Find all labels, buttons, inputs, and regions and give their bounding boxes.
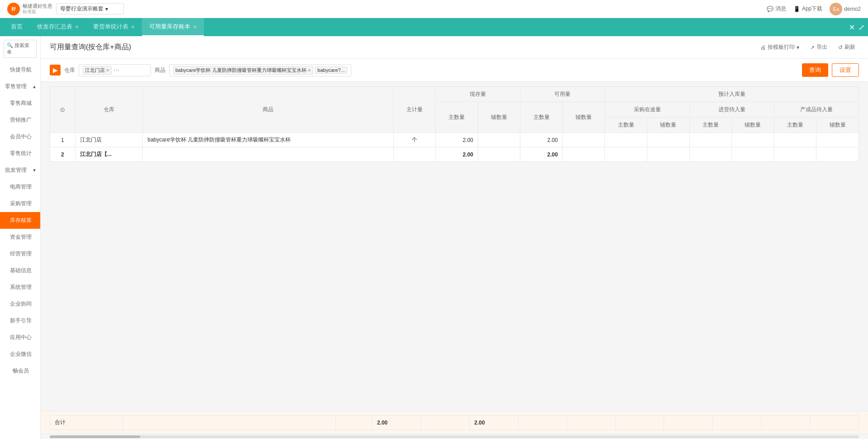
row-2-num: 2 (50, 147, 75, 162)
row-1-avail-main: 2.00 (520, 133, 563, 147)
footer-total: 合计 2.00 2.00 (41, 411, 868, 434)
sidebar-item-online-shop[interactable]: 零售商城 (0, 95, 40, 112)
product-tag-1: babycare学饮杯 儿童防摔防撞吸管杯重力球吸嘴杯宝宝水杯 ✕ (173, 66, 313, 75)
sidebar-item-vip[interactable]: 畅会员 (0, 363, 40, 379)
sidebar-item-newbie[interactable]: 新手引导 (0, 312, 40, 329)
product-tag-2: babycare?... (315, 66, 347, 74)
th-main-unit: 主计量 (393, 87, 436, 133)
filter-group: 仓库 江北门店 ✕ ··· 商品 babycare学饮杯 儿童防摔防撞吸管杯重力… (64, 64, 798, 76)
total-purchase-main (567, 415, 616, 430)
maximize-icon[interactable]: ⤢ (859, 23, 864, 32)
query-button[interactable]: 查询 (802, 63, 828, 77)
th-available: 可用量 (520, 87, 605, 102)
sidebar-item-system[interactable]: 系统管理 (0, 279, 40, 296)
tab-collect[interactable]: 收发存汇总表 ✕ (30, 18, 86, 36)
row-2-incoming-main (689, 147, 732, 162)
th-stock-sub: 辅数量 (478, 102, 520, 133)
sidebar-item-enterprise[interactable]: 企业协同 (0, 296, 40, 312)
tab-bar-actions: ✕ ⤢ (849, 18, 864, 36)
row-1-avail-sub (562, 133, 605, 147)
row-2-avail-sub (562, 147, 605, 162)
sidebar-item-ecommerce[interactable]: 电商管理 (0, 179, 40, 195)
row-2-stock-main: 2.00 (436, 147, 478, 162)
warehouse-more-icon[interactable]: ··· (113, 66, 119, 74)
filter-toggle-button[interactable]: ▶ (50, 65, 61, 76)
export-icon: ↗ (810, 44, 815, 51)
sidebar: 🔍 搜索菜单 快捷导航 零售管理 ▲ 零售商城 营销推广 会员中心 零售统计 批… (0, 36, 41, 439)
sidebar-item-member[interactable]: 会员中心 (0, 128, 40, 145)
row-2-product-main (774, 147, 816, 162)
top-bar: 好 畅捷通好生意 标准版 母婴行业演示账套 ▾ 💬 消息 📱 App下载 Ea … (0, 0, 868, 18)
scroll-track[interactable] (50, 435, 859, 438)
print-button[interactable]: 🖨 按模板打印 ▾ (757, 42, 803, 53)
phone-icon: 📱 (793, 6, 800, 12)
industry-selector[interactable]: 母婴行业演示账套 ▾ (56, 3, 124, 14)
total-stock-main: 2.00 (372, 415, 421, 430)
row-1-purchase-main (605, 133, 647, 147)
th-stock-main: 主数量 (436, 102, 478, 133)
th-warehouse: 仓库 (75, 87, 142, 133)
sidebar-item-marketing[interactable]: 营销推广 (0, 112, 40, 128)
refresh-button[interactable]: ↺ 刷新 (835, 42, 859, 53)
total-incoming-main (664, 415, 713, 430)
warehouse-tag: 江北门店 ✕ (83, 66, 112, 75)
sidebar-item-zero-sales[interactable]: 零售管理 ▲ (0, 78, 40, 95)
th-purchase-main: 主数量 (605, 118, 647, 133)
total-stock-sub (421, 415, 470, 430)
table-row: 2 江北门店【... 2.00 2.00 (50, 147, 859, 162)
sidebar-item-operations[interactable]: 经营管理 (0, 245, 40, 262)
scroll-thumb[interactable] (50, 435, 140, 438)
row-2-product (143, 147, 393, 162)
page-title: 可用量查询(按仓库+商品) (50, 42, 131, 52)
settings-icon[interactable]: ⚙ (60, 106, 66, 113)
user-profile[interactable]: Ea demo2 (830, 3, 861, 15)
row-1-product-main (774, 133, 816, 147)
tab-close-order-stats[interactable]: ✕ (131, 24, 135, 29)
export-button[interactable]: ↗ 导出 (807, 42, 831, 53)
sidebar-item-basics[interactable]: 基础信息 (0, 262, 40, 279)
message-icon: 💬 (767, 6, 774, 12)
filter-action-btns: 查询 设置 (802, 63, 859, 77)
sidebar-item-retail-stats[interactable]: 零售统计 (0, 145, 40, 162)
tab-available-stock[interactable]: 可用量库存账本 ✕ (142, 18, 204, 36)
filter-area: ▶ 仓库 江北门店 ✕ ··· 商品 babycare学饮杯 儿童防摔防撞吸管杯… (41, 59, 868, 82)
message-button[interactable]: 💬 消息 (767, 5, 786, 13)
product-filter[interactable]: babycare学饮杯 儿童防摔防撞吸管杯重力球吸嘴杯宝宝水杯 ✕ babyca… (169, 64, 351, 76)
arrow-icon: ▲ (32, 84, 37, 89)
warehouse-filter[interactable]: 江北门店 ✕ ··· (79, 64, 151, 76)
logo-text: 畅捷通好生意 标准版 (23, 3, 52, 14)
warehouse-tag-close[interactable]: ✕ (106, 68, 109, 73)
product-tag-1-close[interactable]: ✕ (307, 68, 311, 73)
sidebar-item-app-center[interactable]: 应用中心 (0, 329, 40, 346)
refresh-icon: ↺ (838, 44, 843, 51)
app-download-button[interactable]: 📱 App下载 (793, 5, 822, 13)
row-1-stock-sub (478, 133, 520, 147)
dropdown-icon: ▾ (797, 44, 799, 51)
print-icon: 🖨 (760, 44, 766, 51)
th-incoming-main: 主数量 (689, 118, 732, 133)
setting-button[interactable]: 设置 (832, 63, 859, 77)
row-2-unit (393, 147, 436, 162)
row-2-purchase-sub (647, 147, 690, 162)
logo-icon: 好 (7, 3, 20, 15)
search-menu-button[interactable]: 🔍 搜索菜单 (4, 40, 37, 58)
sidebar-item-inventory[interactable]: 库存核算 (0, 212, 40, 229)
tab-order-stats[interactable]: 要货单统计表 ✕ (86, 18, 142, 36)
th-avail-sub: 辅数量 (562, 102, 605, 133)
sidebar-item-finance[interactable]: 资金管理 (0, 229, 40, 245)
th-product-in: 产成品待入量 (774, 102, 859, 118)
tab-close-available-stock[interactable]: ✕ (193, 24, 197, 29)
table-container: ⚙ 仓库 商品 主计量 现存量 可用量 预计入库量 主数量 辅数量 主数量 辅数… (41, 82, 868, 411)
sidebar-item-nav[interactable]: 快捷导航 (0, 61, 40, 78)
sidebar-item-wechat[interactable]: 企业微信 (0, 346, 40, 363)
row-2-warehouse: 江北门店【... (75, 147, 142, 162)
sidebar-item-wholesale[interactable]: 批发管理 ▼ (0, 162, 40, 179)
th-avail-main: 主数量 (520, 102, 563, 133)
row-2-product-sub (816, 147, 859, 162)
sidebar-item-purchase[interactable]: 采购管理 (0, 195, 40, 212)
th-settings[interactable]: ⚙ (50, 87, 75, 133)
total-avail-sub (518, 415, 567, 430)
tab-close-collect[interactable]: ✕ (75, 24, 79, 29)
close-window-icon[interactable]: ✕ (849, 23, 855, 32)
tab-home[interactable]: 首页 (4, 18, 30, 36)
